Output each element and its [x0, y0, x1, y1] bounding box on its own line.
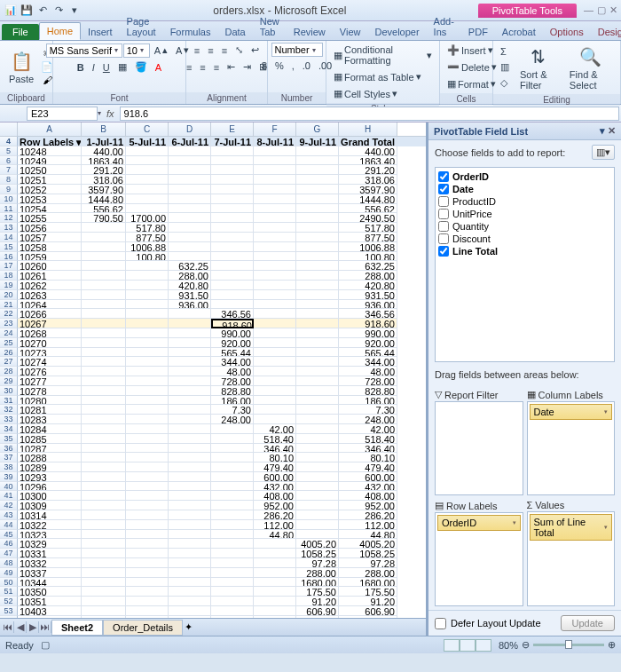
name-box[interactable]: E23	[27, 107, 98, 121]
field-list[interactable]: OrderIDDateProductIDUnitPriceQuantityDis…	[435, 167, 615, 362]
font-name-combo[interactable]: MS Sans Serif▾	[46, 43, 122, 58]
row-header[interactable]: 42	[0, 501, 18, 510]
col-header-g[interactable]: G	[296, 123, 339, 136]
table-row[interactable]: 50103441680.001680.00	[0, 578, 426, 588]
page-break-view-icon[interactable]	[476, 639, 491, 652]
tab-options[interactable]: Options	[543, 24, 591, 40]
row-header[interactable]: 46	[0, 539, 18, 549]
fill-color-icon[interactable]: 🪣	[131, 59, 151, 75]
table-row[interactable]: 3610287346.40346.40	[0, 444, 426, 454]
row-header[interactable]: 52	[0, 597, 18, 606]
table-row[interactable]: 1310256517.80517.80	[0, 223, 426, 233]
sheet-tab-sheet2[interactable]: Sheet2	[51, 620, 103, 636]
conditional-formatting-button[interactable]: ▦ Conditional Formatting ▾	[330, 43, 436, 67]
field-checkbox[interactable]	[438, 196, 449, 207]
data-grid[interactable]: 510248440.00440.006102491863.401863.4071…	[0, 146, 426, 618]
prev-sheet-icon[interactable]: ◀	[14, 621, 27, 633]
table-row[interactable]: 2610273565.44565.44	[0, 348, 426, 358]
col-header-a[interactable]: A	[18, 123, 82, 136]
row-header[interactable]: 22	[0, 309, 18, 319]
table-row[interactable]: 2210266346.56346.56	[0, 309, 426, 319]
row-header[interactable]: 11	[0, 204, 18, 214]
table-row[interactable]: 451032344.8044.80	[0, 530, 426, 540]
table-row[interactable]: 1910262420.80420.80	[0, 281, 426, 290]
table-row[interactable]: 3510285518.40518.40	[0, 434, 426, 444]
table-row[interactable]: 9102523597.903597.90	[0, 185, 426, 194]
row-header[interactable]: 37	[0, 453, 18, 462]
field-date[interactable]: Date	[438, 183, 611, 195]
table-row[interactable]: 3810289479.40479.40	[0, 462, 426, 472]
tab-pdf[interactable]: PDF	[461, 24, 495, 40]
table-row[interactable]: 481033297.2897.28	[0, 558, 426, 568]
row-header[interactable]: 50	[0, 578, 18, 588]
format-cells-button[interactable]: ▦ Format ▾	[444, 76, 499, 91]
font-size-combo[interactable]: 10▾	[123, 43, 150, 58]
tab-insert[interactable]: Insert	[81, 24, 120, 40]
row-header[interactable]: 7	[0, 165, 18, 175]
row-header[interactable]: 53	[0, 606, 18, 616]
normal-view-icon[interactable]	[444, 639, 460, 652]
row-header[interactable]: 45	[0, 530, 18, 540]
table-row[interactable]: 5110350175.50175.50	[0, 587, 426, 597]
format-as-table-button[interactable]: ▦ Format as Table ▾	[330, 69, 425, 84]
column-labels-area[interactable]: ▦Column Labels Date▾	[527, 388, 616, 495]
field-checkbox[interactable]	[438, 171, 449, 182]
align-left-icon[interactable]: ≡	[183, 60, 195, 75]
table-row[interactable]: 2110264936.00936.00	[0, 300, 426, 310]
copy-icon[interactable]: 📄	[41, 60, 53, 73]
field-line-total[interactable]: Line Total	[438, 245, 611, 257]
close-icon[interactable]: ✕	[609, 4, 617, 16]
row-header[interactable]: 24	[0, 328, 18, 338]
select-all-corner[interactable]	[0, 123, 18, 136]
table-row[interactable]: 10102531444.801444.80	[0, 194, 426, 204]
row-header[interactable]: 51	[0, 587, 18, 597]
row-header[interactable]: 6	[0, 156, 18, 166]
tab-review[interactable]: Review	[287, 24, 333, 40]
formula-input[interactable]: 918.6	[120, 107, 619, 121]
zoom-in-icon[interactable]: ⊕	[608, 639, 616, 651]
table-row[interactable]: 3110280186.00186.00	[0, 396, 426, 406]
save-icon[interactable]: 💾	[20, 4, 34, 18]
pane-close-icon[interactable]: ✕	[608, 125, 616, 136]
orientation-icon[interactable]: ⤡	[232, 43, 247, 58]
table-row[interactable]: 4410322112.00112.00	[0, 520, 426, 530]
zoom-level[interactable]: 80%	[499, 640, 518, 651]
row-header[interactable]: 39	[0, 472, 18, 482]
pane-dropdown-icon[interactable]: ▾ ✕	[600, 125, 616, 137]
row-header[interactable]: 15	[0, 242, 18, 252]
row-header[interactable]: 29	[0, 376, 18, 386]
tab-design[interactable]: Design	[591, 24, 621, 40]
format-painter-icon[interactable]: 🖌	[41, 74, 53, 86]
wrap-text-icon[interactable]: ↩	[248, 43, 263, 58]
find-select-button[interactable]: 🔍Find & Select	[564, 43, 617, 92]
row-header[interactable]: 12	[0, 213, 18, 223]
table-row[interactable]: 341028442.0042.00	[0, 424, 426, 434]
row-header[interactable]: 8	[0, 175, 18, 185]
clear-icon[interactable]: ◇	[497, 75, 513, 91]
align-center-icon[interactable]: ≡	[196, 60, 208, 75]
table-row[interactable]: 6102491863.401863.40	[0, 156, 426, 166]
row-header[interactable]: 28	[0, 367, 18, 376]
underline-button[interactable]: U	[99, 60, 114, 75]
field-productid[interactable]: ProductID	[438, 195, 611, 208]
table-row[interactable]: 4910337288.00288.00	[0, 568, 426, 578]
row-header[interactable]: 27	[0, 357, 18, 367]
table-row[interactable]: 2910277728.00728.00	[0, 376, 426, 386]
page-layout-view-icon[interactable]	[460, 639, 476, 652]
table-row[interactable]: 4310314286.20286.20	[0, 510, 426, 520]
table-row[interactable]: 2010263931.50931.50	[0, 290, 426, 300]
align-middle-icon[interactable]: ≡	[204, 43, 216, 58]
row-header[interactable]: 25	[0, 338, 18, 348]
field-orderid[interactable]: OrderID	[438, 170, 611, 183]
table-row[interactable]: 1710260632.25632.25	[0, 261, 426, 271]
number-format-combo[interactable]: Number▾	[271, 43, 323, 57]
col-header-d[interactable]: D	[169, 123, 211, 136]
minimize-icon[interactable]: —	[584, 4, 593, 16]
next-sheet-icon[interactable]: ▶	[27, 621, 39, 633]
tab-view[interactable]: View	[333, 24, 368, 40]
row-labels-area[interactable]: ▤Row Labels OrderID▾	[435, 499, 523, 606]
percent-icon[interactable]: %	[271, 59, 287, 73]
values-area[interactable]: ΣValues Sum of Line Total▾	[527, 499, 616, 606]
italic-button[interactable]: I	[89, 60, 98, 75]
tab-developer[interactable]: Developer	[367, 24, 426, 40]
